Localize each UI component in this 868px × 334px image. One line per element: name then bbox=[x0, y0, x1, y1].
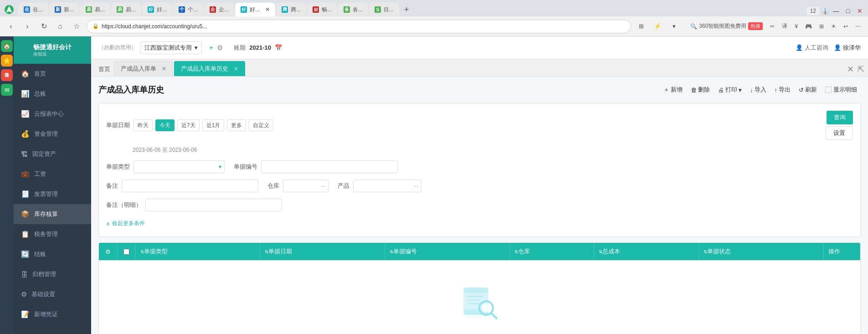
browser-tab-1[interactable]: 在 在... bbox=[18, 3, 48, 16]
translate-toolbar-btn[interactable]: 译 bbox=[779, 20, 790, 33]
back-button[interactable]: ‹ bbox=[5, 20, 17, 33]
address-input[interactable]: 🔒 https://cloud.chanjet.com/accounting/u… bbox=[87, 20, 631, 33]
bookmark-button[interactable]: ☆ bbox=[70, 20, 83, 33]
th-cost[interactable]: 总成本 bbox=[594, 243, 699, 260]
date-btn-custom[interactable]: 自定义 bbox=[249, 119, 273, 131]
browser-tab-9[interactable]: 腾 腾... bbox=[276, 3, 306, 16]
expand-panel-icon[interactable]: ⇱ bbox=[858, 64, 864, 74]
page-tab-product-warehouse[interactable]: 产成品入库单 ✕ bbox=[114, 61, 173, 76]
select-all-checkbox[interactable] bbox=[123, 249, 129, 255]
no-input[interactable] bbox=[261, 160, 398, 173]
close-panel-icon[interactable]: ✕ bbox=[847, 64, 854, 74]
date-btn-more[interactable]: 更多 bbox=[227, 119, 246, 131]
date-btn-today[interactable]: 今天 bbox=[155, 119, 175, 131]
sidebar-item-ledger[interactable]: 📊 总账 bbox=[14, 84, 91, 104]
sidebar-item-archive[interactable]: 🗄 归档管理 bbox=[14, 264, 91, 284]
query-button[interactable]: 查询 bbox=[827, 111, 853, 124]
th-gear[interactable]: ⚙ bbox=[99, 243, 117, 260]
grid-toolbar-btn[interactable]: ⊞ bbox=[817, 20, 827, 33]
sidebar-item-inventory[interactable]: 📦 库存核算 bbox=[14, 204, 91, 224]
sidebar-item-new-voucher[interactable]: 📝 新增凭证 bbox=[14, 304, 91, 324]
print-btn[interactable]: 🖨 打印 ▾ bbox=[714, 84, 745, 96]
maximize-button[interactable]: □ bbox=[842, 5, 853, 16]
new-btn[interactable]: ＋ 新增 bbox=[660, 84, 686, 96]
browser-tab-6[interactable]: 个 个... bbox=[173, 3, 203, 16]
app-icon-star[interactable]: ⭐ bbox=[1, 55, 13, 67]
shirt-icon[interactable]: 👔 bbox=[821, 6, 830, 15]
print-label: 打印 bbox=[725, 86, 737, 94]
th-date[interactable]: 单据日期 bbox=[260, 243, 385, 260]
browser-tab-4[interactable]: 易 易... bbox=[111, 3, 141, 16]
app-icon-weibo[interactable]: 微 bbox=[1, 69, 13, 81]
forward-button[interactable]: › bbox=[21, 20, 34, 33]
close-button[interactable]: ✕ bbox=[854, 5, 865, 16]
page-tab-history-close[interactable]: ✕ bbox=[234, 66, 238, 72]
warehouse-select[interactable]: ··· bbox=[283, 180, 329, 192]
browser-tab-3[interactable]: 易 易... bbox=[80, 3, 110, 16]
company-selector[interactable]: 江西腺宝测试专用 ▾ bbox=[140, 41, 202, 54]
home-button[interactable]: ⌂ bbox=[54, 20, 67, 33]
new-tab-button[interactable]: + bbox=[400, 3, 413, 16]
page-tab-home[interactable]: 首页 bbox=[95, 65, 114, 76]
import-btn[interactable]: ↓ 导入 bbox=[746, 84, 770, 96]
game-toolbar-btn[interactable]: 🎮 bbox=[802, 20, 815, 33]
browser-tab-7[interactable]: 企 企... bbox=[204, 3, 234, 16]
calendar-icon[interactable]: 📅 bbox=[275, 44, 282, 51]
minimize-button[interactable]: — bbox=[831, 5, 842, 16]
sidebar-item-tax[interactable]: 📋 税务管理 bbox=[14, 224, 91, 244]
show-columns-checkbox[interactable] bbox=[825, 87, 832, 93]
tab-close-8[interactable]: ✕ bbox=[265, 6, 270, 13]
more-toolbar-btn[interactable]: ⋯ bbox=[853, 20, 863, 33]
app-icon-home[interactable]: 🏠 bbox=[1, 40, 13, 52]
sidebar-item-invoice[interactable]: 🧾 发票管理 bbox=[14, 184, 91, 204]
date-btn-1month[interactable]: 近1月 bbox=[202, 119, 225, 131]
page-tab-history[interactable]: 产成品入库单历史 ✕ bbox=[174, 61, 245, 76]
wallet-toolbar-btn[interactable]: ¥ bbox=[792, 20, 801, 33]
browser-tab-10[interactable]: M 畅... bbox=[307, 3, 337, 16]
dropdown-button[interactable]: ▾ bbox=[668, 20, 680, 33]
detail-remark-input[interactable] bbox=[145, 199, 282, 211]
th-type[interactable]: 单据类型 bbox=[135, 243, 260, 260]
export-btn[interactable]: ↑ 导出 bbox=[771, 84, 795, 96]
undo-toolbar-btn[interactable]: ↩ bbox=[841, 20, 851, 33]
product-select[interactable]: ··· bbox=[353, 180, 421, 192]
sidebar-item-checkout[interactable]: 🔄 结账 bbox=[14, 244, 91, 264]
th-status[interactable]: 单据状态 bbox=[699, 243, 824, 260]
search-toolbar-btn[interactable]: 🔍 360智能抠图免费用 热搜 bbox=[688, 20, 765, 33]
remark-input[interactable] bbox=[122, 180, 258, 192]
th-warehouse[interactable]: 仓库 bbox=[509, 243, 594, 260]
show-columns-toggle[interactable]: 显示明细 bbox=[822, 84, 861, 96]
page-title: 产成品入库单历史 bbox=[98, 84, 164, 95]
refresh-button[interactable]: ↻ bbox=[37, 20, 50, 33]
date-btn-yesterday[interactable]: 昨天 bbox=[134, 119, 153, 131]
user-service-btn[interactable]: 👤 人工咨询 bbox=[796, 44, 828, 52]
sidebar-item-basic[interactable]: ⚙ 基础设置 bbox=[14, 284, 91, 304]
scissors-toolbar-btn[interactable]: ✂ bbox=[767, 20, 777, 33]
setting-button[interactable]: 设置 bbox=[826, 126, 853, 140]
add-company-btn[interactable]: + bbox=[209, 44, 213, 52]
sidebar-item-home[interactable]: 🏠 首页 bbox=[14, 64, 91, 84]
th-check[interactable] bbox=[117, 243, 135, 260]
sidebar-item-cloud-report[interactable]: 📈 云报表中心 bbox=[14, 104, 91, 124]
browser-tab-12[interactable]: S 目... bbox=[369, 3, 399, 16]
refresh-btn[interactable]: ↺ 刷新 bbox=[795, 84, 821, 96]
browser-tab-11[interactable]: 各 各... bbox=[338, 3, 368, 16]
user-name-btn[interactable]: 👤 徐泽华 bbox=[834, 44, 861, 52]
brightness-toolbar-btn[interactable]: ☀ bbox=[828, 20, 839, 33]
browser-tab-8[interactable]: 好 好... ✕ bbox=[235, 3, 275, 16]
date-btn-7days[interactable]: 近7天 bbox=[177, 119, 200, 131]
app-icon-mail[interactable]: ✉ bbox=[1, 84, 13, 96]
th-no[interactable]: 单据编号 bbox=[385, 243, 509, 260]
settings-company-btn[interactable]: ⚙ bbox=[217, 44, 223, 52]
extensions-button[interactable]: ⊞ bbox=[635, 20, 647, 33]
lightning-button[interactable]: ⚡ bbox=[651, 20, 664, 33]
browser-tab-5[interactable]: 好 好... bbox=[142, 3, 172, 16]
sidebar-item-fund[interactable]: 💰 资金管理 bbox=[14, 124, 91, 144]
sidebar-item-salary[interactable]: 💼 工资 bbox=[14, 164, 91, 184]
browser-tab-2[interactable]: 新 新... bbox=[49, 3, 79, 16]
page-tab-product-warehouse-close[interactable]: ✕ bbox=[162, 66, 166, 72]
collapse-button[interactable]: ∧ 收起更多条件 bbox=[106, 220, 853, 227]
sidebar-item-fixed-assets[interactable]: 🏗 固定资产 bbox=[14, 144, 91, 164]
type-select[interactable]: ▾ bbox=[134, 160, 225, 173]
delete-btn[interactable]: 🗑 删除 bbox=[687, 84, 714, 96]
